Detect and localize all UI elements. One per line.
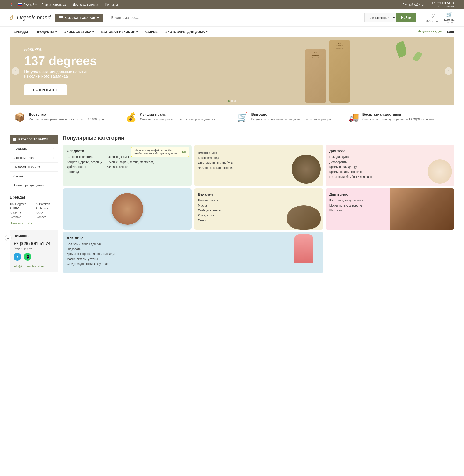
- banner-next-button[interactable]: ›: [445, 67, 452, 75]
- banner-new-label: Новинка!: [24, 47, 97, 52]
- category-card-sweets: Сладости Батончики, пастила Конфеты, дра…: [63, 145, 192, 186]
- brand-ambrosia[interactable]: Ambrosia: [36, 207, 58, 210]
- help-email[interactable]: info@organicbrand.ru: [14, 264, 44, 268]
- cart-icon: 🛒: [237, 112, 248, 122]
- feature-price-text: Лучший прайс Оптовые цены напрямую от па…: [140, 112, 215, 121]
- nav-ecohome[interactable]: ЭКОТОВАРЫ ДЛЯ ДОМА ▾: [161, 27, 211, 37]
- sidebar-catalog-header: КАТАЛОГ ТОВАРОВ: [10, 135, 58, 144]
- search-bar: Все категории Найти: [107, 13, 416, 22]
- box-icon: 📦: [15, 112, 25, 122]
- nav-home[interactable]: Главная страница: [42, 3, 66, 6]
- logo-text: Organic brand: [17, 15, 50, 21]
- cart-link[interactable]: 🛒 Корзина Пусто: [444, 11, 454, 24]
- nav-delivery[interactable]: Доставка и оплата: [73, 3, 98, 6]
- face-link-4[interactable]: Средства для кожи вокруг глаз: [67, 262, 319, 266]
- brand-aroyd[interactable]: AROY-D: [10, 211, 32, 215]
- chevron-right-icon: ›: [53, 184, 54, 187]
- telegram-icon[interactable]: ✈: [14, 253, 21, 261]
- category-card-cookies[interactable]: [63, 188, 192, 229]
- grocery-link-0[interactable]: Вместо сахара: [198, 199, 319, 203]
- face-link-2[interactable]: Кремы, сыворотки, масла, флюиды: [67, 252, 319, 256]
- brands-section: Бренды 137 Degrees Al Barakah ALPRO Ambr…: [10, 195, 58, 225]
- chevron-down-icon: ▾: [206, 30, 207, 33]
- sidebar-item-household[interactable]: Бытовая НЕхимия ›: [10, 163, 58, 172]
- face-link-3[interactable]: Маски, скрабы, убтаны: [67, 257, 319, 261]
- search-input[interactable]: [108, 13, 364, 22]
- brand-asanee[interactable]: ASANEE: [36, 211, 58, 215]
- language-label: Русский: [23, 3, 34, 6]
- cookie-ok-button[interactable]: OK: [182, 150, 186, 153]
- header: ∂· Organic brand КАТАЛОГ ТОВАРОВ ▾ Все к…: [0, 9, 464, 27]
- brand-albarakah[interactable]: Al Barakah: [36, 202, 58, 206]
- sidebar-item-ecocosmetics[interactable]: Экокосметика ›: [10, 153, 58, 163]
- nav-products[interactable]: ПРОДУКТЫ ▾: [32, 27, 60, 37]
- right-content: Популярные категории Сладости Батончики,…: [63, 135, 454, 273]
- scroll-top-button[interactable]: ▲: [5, 235, 12, 241]
- face-link-1[interactable]: Гидролаты: [67, 248, 319, 251]
- face-links: Бальзамы, тинты для губ Гидролаты Кремы,…: [67, 242, 319, 266]
- banner-prev-button[interactable]: ‹: [12, 67, 19, 75]
- sidebar-item-raw[interactable]: Сырьё: [10, 172, 58, 181]
- brand-alpro[interactable]: ALPRO: [10, 207, 32, 210]
- nav-blog[interactable]: Блог: [447, 30, 454, 34]
- sidebar-item-products[interactable]: Продукты ›: [10, 144, 58, 153]
- feature-desc: Регулярные промоакции и скидки от нас и …: [251, 117, 332, 121]
- brands-title: Бренды: [10, 195, 58, 199]
- banner-cta-button[interactable]: ПОДРОБНЕЕ: [24, 84, 67, 95]
- cart-icon: 🛒: [446, 11, 453, 18]
- location-icon: 📍: [10, 3, 13, 6]
- nav-raw[interactable]: СЫРЬЁ: [142, 27, 161, 37]
- category-card-groceries: Бакалея Вместо сахара Масла Хлебцы, крек…: [194, 188, 323, 229]
- product-box-small: 137degrees almond milk: [305, 49, 327, 103]
- sidebar-catalog-label: КАТАЛОГ ТОВАРОВ: [18, 138, 48, 141]
- face-link-0[interactable]: Бальзамы, тинты для губ: [67, 242, 319, 246]
- catalog-button[interactable]: КАТАЛОГ ТОВАРОВ ▾: [55, 14, 103, 22]
- sidebar-menu: Продукты › Экокосметика › Бытовая НЕхими…: [10, 144, 58, 190]
- feature-available-text: Доступно Минимальная сумма оптового зака…: [29, 112, 107, 121]
- banner-dots: [228, 100, 236, 102]
- whatsapp-icon[interactable]: 📱: [24, 253, 31, 261]
- banner-subtitle: Натуральные миндальные напиткииз солнечн…: [24, 70, 97, 79]
- category-select[interactable]: Все категории: [364, 13, 396, 22]
- cart-label: Корзина: [444, 18, 454, 21]
- category-card-body: Для тела Гели для душа Дезодоранты Кремы…: [326, 145, 454, 186]
- feature-desc: Отвезем ваш заказ до терминала ТК СДЭК б…: [363, 117, 435, 121]
- phone-block: +7 929 991 51 74 Отдел продаж: [432, 1, 454, 8]
- chevron-down-icon: ▾: [55, 30, 57, 33]
- language-selector[interactable]: Русский ▾: [18, 3, 37, 6]
- catalog-btn-label: КАТАЛОГ ТОВАРОВ: [65, 16, 95, 20]
- favorites-link[interactable]: ♡ Избранное: [426, 13, 439, 22]
- sweets-link-1[interactable]: Конфеты, драже, леденцы: [67, 160, 102, 164]
- nav-household[interactable]: БЫТОВАЯ НЕХИМИЯ ▾: [97, 27, 141, 37]
- nav-brands[interactable]: БРЕНДЫ: [10, 27, 32, 37]
- sidebar-item-ecohome[interactable]: Экотовары для дома ›: [10, 181, 58, 190]
- category-card-hair: Для волос Бальзамы, кондиционеры Маски, …: [326, 188, 454, 229]
- nav-contacts[interactable]: Контакты: [105, 3, 118, 6]
- logo[interactable]: ∂· Organic brand: [10, 14, 50, 21]
- phone-number[interactable]: +7 929 991 51 74: [432, 1, 454, 5]
- sweets-link-5[interactable]: Печенье, вафли, зефир, мармелад: [106, 160, 154, 164]
- sweets-link-0[interactable]: Батончики, пастила: [67, 155, 102, 159]
- sweets-link-6[interactable]: Халва, козинаки: [106, 165, 154, 169]
- brand-bionova[interactable]: Bionova: [36, 216, 58, 219]
- banner-dot-1[interactable]: [228, 100, 230, 102]
- sweets-links-group: Батончики, пастила Конфеты, драже, леден…: [67, 155, 188, 174]
- help-title: Помощь: [14, 234, 54, 238]
- banner-image: 137degrees almond milk 137degrees almond…: [210, 37, 454, 105]
- body-link-0[interactable]: Гели для душа: [329, 155, 450, 159]
- nav-promo[interactable]: Акции и скидки: [418, 30, 442, 34]
- help-phone[interactable]: +7 (929) 991 51 74: [14, 241, 54, 246]
- banner-dot-2[interactable]: [231, 100, 233, 102]
- brand-biennale[interactable]: Biennale: [10, 216, 32, 219]
- cookie-image-visual: [112, 193, 143, 225]
- main-nav-left: БРЕНДЫ ПРОДУКТЫ ▾ ЭКОКОСМЕТИКА ▾ БЫТОВАЯ…: [10, 27, 211, 37]
- brand-137degrees[interactable]: 137 Degrees: [10, 202, 32, 206]
- show-more-brands[interactable]: Показать ещё ▾: [10, 221, 58, 225]
- chevron-down-icon: ▾: [92, 30, 94, 33]
- sweets-link-2[interactable]: Урбечи, пасты: [67, 165, 102, 169]
- banner-dot-3[interactable]: [234, 100, 236, 102]
- sweets-link-3[interactable]: Шоколад: [67, 170, 102, 174]
- nav-ecocosmetics[interactable]: ЭКОКОСМЕТИКА ▾: [60, 27, 98, 37]
- account-link[interactable]: Личный кабинет: [403, 3, 424, 6]
- search-button[interactable]: Найти: [396, 13, 416, 22]
